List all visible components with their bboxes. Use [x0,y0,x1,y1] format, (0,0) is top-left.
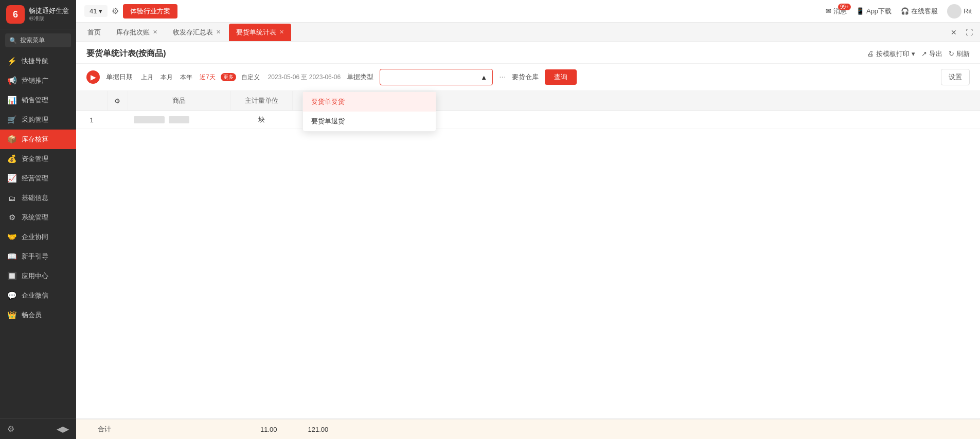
tab-home[interactable]: 首页 [80,24,108,41]
sidebar-item-finance[interactable]: 💰 资金管理 [0,149,76,169]
date-custom-btn[interactable]: 自定义 [239,72,262,83]
col-header-settings[interactable]: ⚙ [107,91,128,111]
online-service-label: 在线客服 [911,7,938,16]
base-icon: 🗂 [7,194,16,203]
export-icon: ↗ [921,50,927,58]
online-service-action[interactable]: 🎧 在线客服 [901,7,938,16]
sidebar-item-label: 系统管理 [22,213,48,222]
content-area: 要货单统计表(按商品) 🖨 按模板打印 ▾ ↗ 导出 ↻ 刷新 ▶ [76,42,980,439]
type-more-dots[interactable]: ··· [499,72,506,82]
trial-button[interactable]: 体验行业方案 [123,4,177,19]
purchase-icon: 🛒 [7,115,16,124]
export-button[interactable]: ↗ 导出 [921,49,942,59]
top-bar-left: 41 ▾ ⚙ 体验行业方案 [84,4,177,19]
sidebar-item-guide[interactable]: 📖 新手引导 [0,247,76,266]
sidebar-item-base[interactable]: 🗂 基础信息 [0,188,76,208]
table-footer: 合计 11.00 121.00 [76,418,980,439]
sidebar-item-sales[interactable]: 📊 销售管理 [0,90,76,110]
chevron-down-icon: ▾ [912,50,915,58]
table-row: 1 块 11.00 121.00 [76,111,980,129]
sidebar-item-label: 营销推广 [22,76,48,85]
expand-filter-button[interactable]: ▶ [86,70,100,84]
date-this-year-btn[interactable]: 本年 [178,72,194,83]
chevron-down-icon: ▾ [99,7,102,15]
type-filter-label: 单据类型 [347,72,373,82]
table-container: ⚙ 商品 主计量单位 主数量 零售金额 1 [76,91,980,418]
table-settings-icon[interactable]: ⚙ [114,97,120,105]
shortcut-icon: ⚡ [7,57,16,66]
app-sub: 标准版 [29,15,69,22]
dropdown-item-order-purchase[interactable]: 要货单要货 [303,92,436,112]
sidebar-item-inventory[interactable]: 📦 库存核算 [0,130,76,149]
sidebar-item-label: 销售管理 [22,96,48,105]
tab-label: 收发存汇总表 [173,28,213,37]
tab-close-icon[interactable]: ✕ [153,29,157,35]
cell-settings [107,111,128,129]
tab-maximize-button[interactable]: ⛶ [963,26,976,39]
footer-qty: 11.00 [260,426,277,433]
tab-close-all-button[interactable]: ✕ [947,26,960,39]
cell-row-num: 1 [76,111,107,129]
apps-icon: 🔲 [7,271,16,281]
operation-icon: 📈 [7,174,16,183]
tab-close-icon[interactable]: ✕ [216,29,221,35]
sidebar-item-shortcut[interactable]: ⚡ 快捷导航 [0,51,76,71]
header-actions: 🖨 按模板打印 ▾ ↗ 导出 ↻ 刷新 [867,49,970,59]
app-download-action[interactable]: 📱 App下载 [856,7,892,16]
search-label: 搜索菜单 [20,36,45,45]
headset-icon: 🎧 [901,7,909,15]
cell-extra [416,111,980,129]
refresh-button[interactable]: ↻ 刷新 [949,49,970,59]
col-header-rownum [76,91,107,111]
sales-icon: 📊 [7,96,16,105]
sidebar-item-member[interactable]: 👑 畅会员 [0,305,76,325]
messages-badge: 99+ [838,4,851,10]
top-bar-right: ✉ 消息 99+ 📱 App下载 🎧 在线客服 Rit [826,4,972,19]
settings-button[interactable]: 设置 [941,69,970,85]
sidebar-item-enterprise[interactable]: 🤝 企业协同 [0,227,76,247]
tab-collect-summary[interactable]: 收发存汇总表 ✕ [166,24,228,41]
type-dropdown: 要货单要货 要货单退货 [302,92,436,132]
col-header-product: 商品 [128,91,230,111]
cell-unit: 块 [230,111,292,129]
settings-footer-icon[interactable]: ⚙ [7,424,14,434]
date-more-badge[interactable]: 更多 [221,73,236,81]
filter-bar: ▶ 单据日期 上月 本月 本年 近7天 更多 自定义 2023-05-06 至 … [76,64,980,91]
col-header-extra [416,91,980,111]
tab-label: 首页 [87,28,101,37]
sidebar-item-apps[interactable]: 🔲 应用中心 [0,266,76,286]
tab-order-stats[interactable]: 要货单统计表 ✕ [229,24,291,41]
collapse-icon[interactable]: ◀▶ [57,424,69,434]
sidebar-item-wechat[interactable]: 💬 企业微信 [0,286,76,305]
app-name: 畅捷通好生意 [29,7,69,15]
wechat-icon: 💬 [7,291,16,300]
type-select[interactable]: ▲ [380,69,493,85]
topbar-settings-icon[interactable]: ⚙ [112,6,119,16]
date-last-month-btn[interactable]: 上月 [139,72,155,83]
sidebar-search[interactable]: 🔍 搜索菜单 [5,33,71,47]
sidebar-logo: 6 畅捷通好生意 标准版 [0,0,76,29]
sidebar-item-system[interactable]: ⚙ 系统管理 [0,208,76,227]
product-placeholder-2 [169,116,189,123]
warehouse-filter-label: 要货仓库 [512,72,539,82]
date-this-month-btn[interactable]: 本月 [158,72,175,83]
tab-close-icon[interactable]: ✕ [279,29,284,35]
sidebar-nav: ⚡ 快捷导航 📢 营销推广 📊 销售管理 🛒 采购管理 📦 库存核算 💰 资金管… [0,51,76,418]
dropdown-item-order-return[interactable]: 要货单退货 [303,112,436,131]
sidebar-item-operation[interactable]: 📈 经营管理 [0,169,76,188]
date-last-7days-btn[interactable]: 近7天 [198,72,218,83]
enterprise-icon: 🤝 [7,232,16,242]
query-button[interactable]: 查询 [545,69,577,85]
sidebar-item-marketing[interactable]: 📢 营销推广 [0,71,76,90]
user-profile[interactable]: Rit [947,4,972,19]
sidebar-item-purchase[interactable]: 🛒 采购管理 [0,110,76,130]
footer-amount: 121.00 [308,426,329,433]
messages-action[interactable]: ✉ 消息 99+ [826,7,847,16]
print-button[interactable]: 🖨 按模板打印 ▾ [867,49,915,59]
sidebar-item-label: 资金管理 [22,154,48,163]
refresh-label: 刷新 [956,49,970,59]
sidebar: 6 畅捷通好生意 标准版 🔍 搜索菜单 ⚡ 快捷导航 📢 营销推广 📊 销售管理… [0,0,76,439]
guide-icon: 📖 [7,252,16,261]
store-selector[interactable]: 41 ▾ [84,5,108,17]
tab-inventory-batch[interactable]: 库存批次账 ✕ [109,24,165,41]
